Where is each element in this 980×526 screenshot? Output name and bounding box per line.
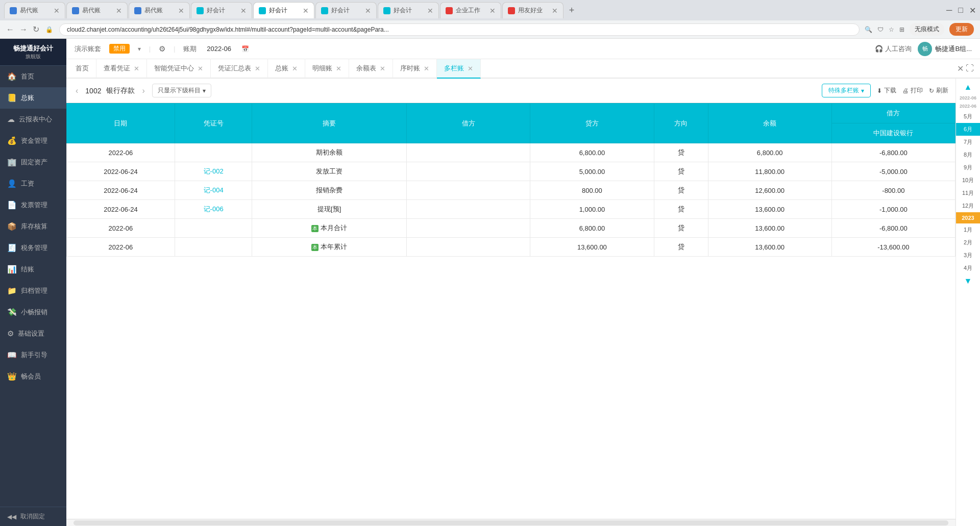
calendar-month-3[interactable]: 3月 xyxy=(956,249,980,262)
browser-tab-4[interactable]: 好会计 ✕ xyxy=(191,2,252,18)
calendar-scroll-down[interactable]: ▼ xyxy=(962,274,974,288)
tab-close-9[interactable]: ✕ xyxy=(552,7,558,15)
sidebar-item-tax[interactable]: 🧾 税务管理 xyxy=(0,237,66,259)
tab-close-6[interactable]: ✕ xyxy=(365,7,371,15)
tab-multi-column-close[interactable]: ✕ xyxy=(468,65,473,72)
calendar-month-10[interactable]: 10月 xyxy=(956,174,980,187)
tab-close-4[interactable]: ✕ xyxy=(240,7,247,15)
top-bar-dropdown-arrow[interactable]: ▾ xyxy=(138,45,141,53)
voucher-link-3[interactable]: 记-004 xyxy=(204,186,224,194)
tab-view-voucher-close[interactable]: ✕ xyxy=(134,65,139,72)
tab-balance-sheet[interactable]: 余额表 ✕ xyxy=(349,59,393,78)
browser-tab-7[interactable]: 好会计 ✕ xyxy=(378,2,439,18)
show-sub-accounts-button[interactable]: 只显示下级科目 ▾ xyxy=(152,84,211,97)
tab-home[interactable]: 首页 xyxy=(68,59,96,78)
tab-chronological[interactable]: 序时账 ✕ xyxy=(393,59,437,78)
refresh-button[interactable]: ↻ 刷新 xyxy=(929,86,948,95)
download-button[interactable]: ⬇ 下载 xyxy=(877,86,896,95)
sidebar-item-expense[interactable]: 💸 小畅报销 xyxy=(0,302,66,323)
tab-smart-voucher[interactable]: 智能凭证中心 ✕ xyxy=(147,59,211,78)
address-input[interactable] xyxy=(59,23,860,36)
tab-voucher-summary[interactable]: 凭证汇总表 ✕ xyxy=(211,59,268,78)
sidebar-item-cloud[interactable]: ☁ 云报表中心 xyxy=(0,109,66,130)
calendar-scroll-up[interactable]: ▲ xyxy=(962,81,974,94)
tab-view-voucher[interactable]: 查看凭证 ✕ xyxy=(96,59,147,78)
expense-icon: 💸 xyxy=(7,308,17,317)
print-button[interactable]: 🖨 打印 xyxy=(902,86,923,95)
calendar-month-8[interactable]: 8月 xyxy=(956,148,980,161)
voucher-link-2[interactable]: 记-002 xyxy=(204,167,224,175)
sidebar-item-ledger[interactable]: 📒 总账 xyxy=(0,87,66,109)
update-button[interactable]: 更新 xyxy=(949,23,974,36)
calendar-month-4[interactable]: 4月 xyxy=(956,262,980,274)
sidebar-item-closing[interactable]: 📊 结账 xyxy=(0,259,66,280)
tab-voucher-summary-close[interactable]: ✕ xyxy=(255,65,260,72)
sidebar-item-assets[interactable]: 🏢 固定资产 xyxy=(0,152,66,173)
calendar-month-2[interactable]: 2月 xyxy=(956,236,980,249)
restore-button[interactable]: □ xyxy=(958,6,963,15)
calendar-month-1[interactable]: 1月 xyxy=(956,223,980,236)
tab-close-1[interactable]: ✕ xyxy=(54,7,60,15)
pin-toggle-button[interactable]: ◀◀ 取消固定 xyxy=(0,507,66,526)
close-tab-btn[interactable]: ✕ xyxy=(957,64,964,73)
tab-multi-column[interactable]: 多栏账 ✕ xyxy=(437,59,481,79)
sidebar-item-settings[interactable]: ⚙ 基础设置 xyxy=(0,323,66,344)
browser-tab-8[interactable]: 企业工作 ✕ xyxy=(440,2,501,18)
expand-tab-btn[interactable]: ⛶ xyxy=(966,64,974,73)
sidebar-item-member[interactable]: 👑 畅会员 xyxy=(0,366,66,387)
browser-tab-3[interactable]: 易代账 ✕ xyxy=(129,2,190,18)
browser-tab-1[interactable]: 易代账 ✕ xyxy=(4,2,65,18)
sidebar-item-invoice[interactable]: 📄 发票管理 xyxy=(0,194,66,216)
calendar-icon[interactable]: 📅 xyxy=(241,45,249,53)
tab-smart-voucher-close[interactable]: ✕ xyxy=(198,65,203,72)
app-layout: 畅捷通好会计 旗舰版 🏠 首页 📒 总账 ☁ 云报表中心 💰 资金管理 🏢 固定… xyxy=(0,39,980,526)
star-icon[interactable]: ☆ xyxy=(889,26,894,33)
browser-tab-9[interactable]: 用友好业 ✕ xyxy=(502,2,564,18)
consult-button[interactable]: 🎧 人工咨询 xyxy=(875,44,912,54)
prev-account-button[interactable]: ‹ xyxy=(74,86,80,95)
voucher-link-4[interactable]: 记-006 xyxy=(204,205,224,213)
new-tab-button[interactable]: + xyxy=(565,3,579,17)
next-account-button[interactable]: › xyxy=(140,86,146,95)
back-button[interactable]: ← xyxy=(6,25,14,34)
calendar-month-12[interactable]: 12月 xyxy=(956,199,980,212)
forward-button[interactable]: → xyxy=(19,25,28,34)
browser-tab-5[interactable]: 好会计 ✕ xyxy=(253,2,314,18)
tab-close-3[interactable]: ✕ xyxy=(178,7,184,15)
tab-chronological-close[interactable]: ✕ xyxy=(424,65,429,72)
calendar-year-2023[interactable]: 2023 xyxy=(956,212,980,223)
browser-tab-2[interactable]: 易代账 ✕ xyxy=(66,2,128,18)
browser-tab-6[interactable]: 好会计 ✕ xyxy=(315,2,377,18)
tab-balance-sheet-close[interactable]: ✕ xyxy=(380,65,385,72)
horizontal-scrollbar[interactable] xyxy=(66,519,955,526)
sidebar-item-guide[interactable]: 📖 新手引导 xyxy=(0,344,66,366)
tab-close-2[interactable]: ✕ xyxy=(116,7,122,15)
sidebar-item-home[interactable]: 🏠 首页 xyxy=(0,66,66,87)
tab-detail-ledger-close[interactable]: ✕ xyxy=(336,65,341,72)
sidebar-item-inventory[interactable]: 📦 库存核算 xyxy=(0,216,66,237)
sidebar-toggle[interactable]: ⊞ xyxy=(899,26,904,33)
settings-gear-icon[interactable]: ⚙ xyxy=(159,44,165,54)
sidebar-item-funds[interactable]: 💰 资金管理 xyxy=(0,130,66,152)
close-window-button[interactable]: ✕ xyxy=(969,6,976,15)
calendar-month-7[interactable]: 7月 xyxy=(956,136,980,148)
calendar-month-11[interactable]: 11月 xyxy=(956,187,980,199)
h-scrollbar-track[interactable] xyxy=(74,520,948,525)
sidebar-item-salary[interactable]: 👤 工资 xyxy=(0,173,66,194)
calendar-month-5[interactable]: 5月 xyxy=(956,110,980,123)
wuhen-mode-button[interactable]: 无痕模式 xyxy=(910,23,944,36)
tab-general-ledger[interactable]: 总账 ✕ xyxy=(268,59,305,78)
tab-general-ledger-close[interactable]: ✕ xyxy=(292,65,298,72)
sidebar-item-archive[interactable]: 📁 归档管理 xyxy=(0,280,66,302)
reload-button[interactable]: ↻ xyxy=(33,24,39,34)
tab-close-5[interactable]: ✕ xyxy=(303,7,309,15)
calendar-month-9[interactable]: 9月 xyxy=(956,161,980,174)
multi-column-type-button[interactable]: 特殊多栏账 ▾ xyxy=(822,84,871,97)
tab-close-8[interactable]: ✕ xyxy=(489,7,496,15)
demo-badge[interactable]: 禁用 xyxy=(109,44,130,54)
tab-close-7[interactable]: ✕ xyxy=(427,7,433,15)
search-icon[interactable]: 🔍 xyxy=(865,26,872,33)
tab-detail-ledger[interactable]: 明细账 ✕ xyxy=(305,59,349,78)
calendar-month-6[interactable]: 6月 xyxy=(956,123,980,136)
minimize-button[interactable]: ─ xyxy=(946,6,952,15)
